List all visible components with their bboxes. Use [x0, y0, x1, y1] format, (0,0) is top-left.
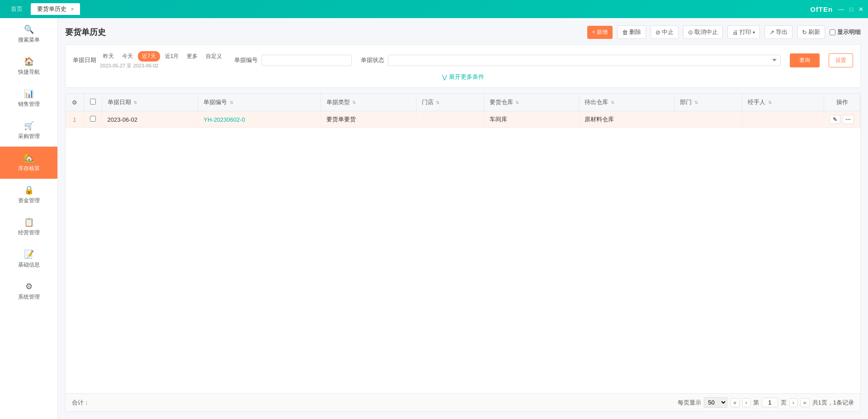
topbar: 首页 要货单历史 × OfTEn — □ ✕: [0, 0, 868, 18]
pagination: 每页显示 50 100 200 « ‹ 第 页 › » 共1页，1条记录: [678, 397, 854, 408]
col-settings[interactable]: ⚙: [66, 94, 84, 111]
sidebar-item-purchase[interactable]: 🛒 采购管理: [0, 114, 57, 147]
date-btn-today[interactable]: 今天: [119, 51, 136, 62]
new-button[interactable]: + 新增: [587, 26, 613, 39]
sidebar-item-label-search-menu: 搜索菜单: [18, 36, 40, 44]
col-dept[interactable]: 部门 ⇅: [675, 94, 742, 111]
select-all-checkbox[interactable]: [90, 99, 96, 105]
purchase-icon: 🛒: [24, 121, 34, 131]
col-doc-type[interactable]: 单据类型 ⇅: [321, 94, 416, 111]
sidebar-item-label-quick-nav: 快捷导航: [18, 68, 40, 76]
operations-icon: 📋: [24, 217, 34, 227]
date-btn-custom[interactable]: 自定义: [203, 51, 225, 62]
col-date[interactable]: 单据日期 ⇅: [102, 94, 198, 111]
total-info: 共1页，1条记录: [812, 399, 854, 407]
sidebar-item-inventory[interactable]: 🏡 库存核算: [0, 147, 57, 179]
suspend-icon: ⊘: [656, 29, 660, 36]
window-maximize-btn[interactable]: □: [849, 6, 853, 13]
sidebar-item-sales[interactable]: 📊 销售管理: [0, 82, 57, 114]
col-handler[interactable]: 经手人 ⇅: [742, 94, 824, 111]
row-store: [416, 111, 484, 128]
table-header-row: ⚙ 单据日期 ⇅ 单据编号 ⇅ 单据类型 ⇅ 门店 ⇅ 要货仓库 ⇅ 待出仓库 …: [66, 94, 860, 111]
export-button[interactable]: ↗ 导出: [764, 25, 793, 39]
print-dropdown-icon: ▾: [753, 30, 755, 35]
expand-more-btn[interactable]: ⋁ 展开更多条件: [73, 73, 853, 81]
row-num: 1: [66, 111, 84, 128]
delete-icon: 🗑: [622, 29, 628, 36]
next-page-btn[interactable]: ›: [789, 398, 797, 407]
system-icon: ⚙: [25, 281, 33, 291]
row-doc-type: 要货单要货: [321, 111, 416, 128]
table-footer: 合计： 每页显示 50 100 200 « ‹ 第 页 › » 共1页，1条记录: [66, 393, 860, 411]
refresh-button[interactable]: ↻ 刷新: [797, 25, 825, 39]
display-detail-toggle[interactable]: 显示明细: [830, 28, 861, 36]
print-icon: 🖨: [732, 29, 738, 36]
row-checkbox-cell[interactable]: [84, 111, 102, 128]
filter-section: 单据日期 昨天 今天 近7天 近1月 更多 自定义 2023-05-27 至 2…: [65, 44, 861, 88]
tab-close-icon[interactable]: ×: [71, 6, 74, 12]
export-icon: ↗: [769, 29, 774, 36]
status-select[interactable]: [388, 55, 781, 66]
row-doc-no[interactable]: YH-20230602-0: [198, 111, 321, 128]
cancel-suspend-button[interactable]: ⊙ 取消中止: [683, 25, 723, 39]
date-btn-yesterday[interactable]: 昨天: [100, 51, 117, 62]
home-tab[interactable]: 首页: [5, 3, 29, 15]
sidebar-item-search-menu[interactable]: 🔍 搜索菜单: [0, 18, 57, 50]
print-label: 打印: [740, 28, 751, 36]
refresh-icon: ↻: [802, 29, 807, 36]
date-btn-more[interactable]: 更多: [184, 51, 201, 62]
row-dept: [675, 111, 742, 128]
sidebar-item-label-finance: 资金管理: [18, 197, 40, 205]
topbar-tabs: 首页 要货单历史 ×: [5, 3, 810, 15]
row-ops: ✎ ⋯: [824, 111, 860, 128]
col-checkbox[interactable]: [84, 94, 102, 111]
sidebar-item-label-sales: 销售管理: [18, 100, 40, 108]
sidebar-item-system[interactable]: ⚙ 系统管理: [0, 275, 57, 307]
prev-page-btn[interactable]: ‹: [742, 398, 750, 407]
first-page-btn[interactable]: «: [730, 398, 740, 407]
sort-doctype-icon: ⇅: [352, 100, 356, 105]
date-filter-buttons: 昨天 今天 近7天 近1月 更多 自定义 2023-05-27 至 2023-0…: [100, 51, 225, 69]
sort-docno-icon: ⇅: [230, 100, 233, 105]
edit-btn[interactable]: ✎: [830, 115, 840, 124]
quick-nav-icon: 🏠: [24, 57, 34, 67]
home-tab-label: 首页: [11, 5, 23, 12]
active-tab[interactable]: 要货单历史 ×: [31, 3, 80, 15]
col-pending-warehouse[interactable]: 待出仓库 ⇅: [579, 94, 675, 111]
table-wrapper: ⚙ 单据日期 ⇅ 单据编号 ⇅ 单据类型 ⇅ 门店 ⇅ 要货仓库 ⇅ 待出仓库 …: [66, 94, 860, 393]
display-detail-checkbox[interactable]: [830, 29, 835, 35]
delete-button[interactable]: 🗑 删除: [617, 25, 646, 39]
doc-num-input[interactable]: [261, 55, 352, 66]
print-button[interactable]: 🖨 打印 ▾: [727, 25, 760, 39]
sidebar-item-basic-info[interactable]: 📝 基础信息: [0, 243, 57, 275]
sort-req-wh-icon: ⇅: [515, 100, 519, 105]
sidebar-item-quick-nav[interactable]: 🏠 快捷导航: [0, 50, 57, 82]
sidebar-item-label-system: 系统管理: [18, 293, 40, 301]
col-store[interactable]: 门店 ⇅: [416, 94, 484, 111]
last-page-btn[interactable]: »: [800, 398, 810, 407]
suspend-button[interactable]: ⊘ 中止: [651, 25, 679, 39]
page-input[interactable]: [762, 398, 778, 407]
sidebar-item-operations[interactable]: 📋 经营管理: [0, 211, 57, 243]
doc-no-link[interactable]: YH-20230602-0: [203, 116, 245, 123]
col-req-warehouse[interactable]: 要货仓库 ⇅: [484, 94, 579, 111]
settings-button[interactable]: 设置: [829, 53, 853, 67]
search-menu-icon: 🔍: [24, 24, 34, 34]
refresh-label: 刷新: [808, 28, 820, 36]
date-btn-1month[interactable]: 近1月: [162, 51, 182, 62]
sidebar-item-label-operations: 经营管理: [18, 229, 40, 237]
date-btn-7days[interactable]: 近7天: [138, 51, 160, 62]
row-checkbox[interactable]: [90, 116, 96, 122]
query-button[interactable]: 查询: [790, 53, 820, 67]
page-size-select[interactable]: 50 100 200: [704, 397, 727, 408]
sidebar-item-finance[interactable]: 🔒 资金管理: [0, 179, 57, 211]
row-date: 2023-06-02: [102, 111, 198, 128]
more-btn[interactable]: ⋯: [842, 115, 854, 124]
window-close-btn[interactable]: ✕: [859, 6, 863, 13]
main-layout: 🔍 搜索菜单 🏠 快捷导航 📊 销售管理 🛒 采购管理 🏡 库存核算 🔒 资金管…: [0, 18, 868, 419]
window-minimize-btn[interactable]: —: [838, 6, 844, 13]
status-label: 单据状态: [361, 56, 384, 64]
sort-handler-icon: ⇅: [768, 100, 772, 105]
sales-icon: 📊: [24, 89, 34, 99]
col-doc-no[interactable]: 单据编号 ⇅: [198, 94, 321, 111]
